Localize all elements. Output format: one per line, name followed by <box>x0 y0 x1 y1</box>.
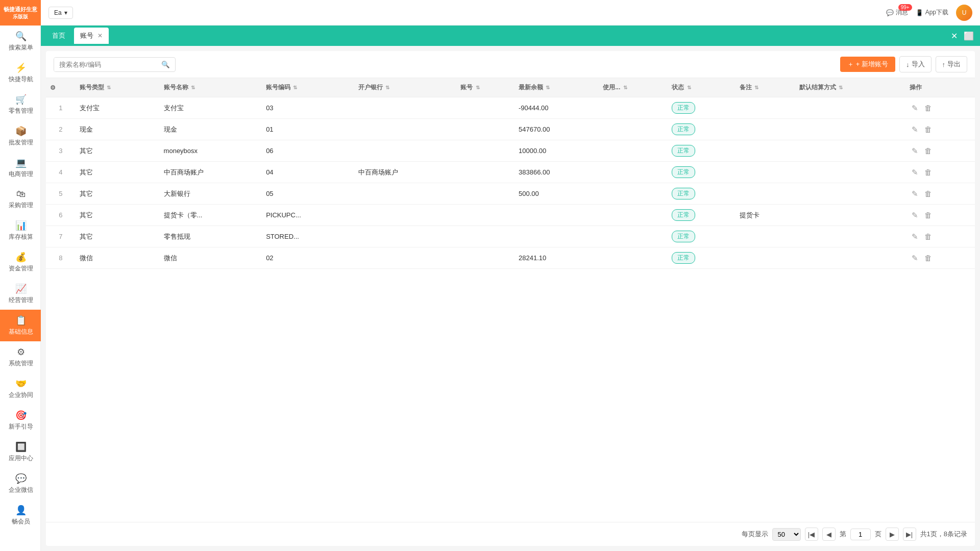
sidebar-item-basic[interactable]: 📋基础信息 <box>0 310 41 341</box>
row-status: 正常 <box>668 97 735 119</box>
search-icon: 🔍 <box>4 31 38 42</box>
row-account <box>456 183 514 205</box>
tab-home[interactable]: 首页 <box>46 28 71 44</box>
sidebar-item-search[interactable]: 🔍搜索菜单 <box>0 26 41 57</box>
col-settings[interactable]: ⚙ <box>46 78 76 97</box>
row-remark <box>736 226 795 247</box>
export-button[interactable]: ↑ 导出 <box>936 56 968 72</box>
row-remark <box>736 140 795 162</box>
tab-close-icon[interactable]: ✕ <box>97 32 103 39</box>
col-remark[interactable]: 备注 ⇅ <box>736 78 795 97</box>
row-num: 1 <box>46 97 76 119</box>
status-badge: 正常 <box>672 102 695 114</box>
sidebar-item-apps[interactable]: 🔲应用中心 <box>0 436 41 468</box>
col-code[interactable]: 账号编码 ⇅ <box>262 78 354 97</box>
delete-button[interactable]: 🗑 <box>922 210 934 220</box>
edit-button[interactable]: ✎ <box>910 145 920 157</box>
row-actions: ✎ 🗑 <box>905 247 975 269</box>
app-logo: 畅捷通好生意乐版版 <box>0 0 41 26</box>
row-balance: 547670.00 <box>514 119 599 140</box>
import-button[interactable]: ↓ 导入 <box>899 56 932 72</box>
table-row: 6 其它 提货卡（零... PICKUPC... 正常 提货卡 ✎ 🗑 <box>46 205 975 226</box>
col-name[interactable]: 账号名称 ⇅ <box>160 78 262 97</box>
sidebar-item-label: 新手引导 <box>9 423 33 430</box>
search-button[interactable]: 🔍 <box>156 58 175 71</box>
row-settlement <box>795 183 905 205</box>
company-dropdown[interactable]: Ea ▾ <box>48 7 73 19</box>
row-settlement <box>795 226 905 247</box>
col-usage[interactable]: 使用... ⇅ <box>599 78 668 97</box>
row-usage <box>599 162 668 183</box>
system-icon: ⚙ <box>4 346 38 358</box>
prev-page-button[interactable]: ◀ <box>822 528 836 541</box>
row-bank <box>354 140 457 162</box>
company-name: Ea <box>54 9 62 16</box>
edit-button[interactable]: ✎ <box>910 253 920 264</box>
edit-button[interactable]: ✎ <box>910 167 920 178</box>
page-size-select[interactable]: 50 100 200 <box>772 528 801 541</box>
sidebar-item-guide[interactable]: 🎯新手引导 <box>0 405 41 436</box>
search-input[interactable] <box>54 58 156 71</box>
sort-icon: ⇅ <box>191 85 195 90</box>
sidebar-item-finance[interactable]: 💰资金管理 <box>0 246 41 278</box>
ecommerce-icon: 💻 <box>4 157 38 168</box>
row-code: PICKUPC... <box>262 205 354 226</box>
col-type[interactable]: 账号类型 ⇅ <box>76 78 160 97</box>
row-num: 2 <box>46 119 76 140</box>
edit-button[interactable]: ✎ <box>910 231 920 242</box>
sort-icon: ⇅ <box>839 85 843 90</box>
sidebar-item-system[interactable]: ⚙系统管理 <box>0 341 41 373</box>
delete-button[interactable]: 🗑 <box>922 124 934 135</box>
col-account[interactable]: 账号 ⇅ <box>456 78 514 97</box>
add-account-button[interactable]: ＋ + 新增账号 <box>840 57 895 72</box>
tab-maximize-button[interactable]: ⬜ <box>963 30 975 42</box>
sidebar-item-member[interactable]: 👤畅会员 <box>0 499 41 531</box>
wholesale-icon: 📦 <box>4 126 38 137</box>
edit-button[interactable]: ✎ <box>910 188 920 199</box>
row-bank: 中百商场账户 <box>354 162 457 183</box>
delete-button[interactable]: 🗑 <box>922 167 934 178</box>
row-status: 正常 <box>668 226 735 247</box>
table-row: 7 其它 零售抵现 STORED... 正常 ✎ 🗑 <box>46 226 975 247</box>
first-page-button[interactable]: |◀ <box>805 528 818 541</box>
tab-accounts[interactable]: 账号 ✕ <box>74 28 109 44</box>
sidebar-item-wholesale[interactable]: 📦批发管理 <box>0 120 41 152</box>
edit-button[interactable]: ✎ <box>910 103 920 114</box>
sidebar-item-quicknav[interactable]: ⚡快捷导航 <box>0 57 41 89</box>
col-balance[interactable]: 最新余额 ⇅ <box>514 78 599 97</box>
table-row: 3 其它 moneybosx 06 10000.00 正常 ✎ 🗑 <box>46 140 975 162</box>
delete-button[interactable]: 🗑 <box>922 145 934 156</box>
tab-close-window-button[interactable]: ✕ <box>950 30 959 42</box>
sidebar-item-purchase[interactable]: 🛍采购管理 <box>0 184 41 215</box>
sidebar-item-ecommerce[interactable]: 💻电商管理 <box>0 152 41 184</box>
sort-icon: ⇅ <box>293 85 297 90</box>
row-code: 04 <box>262 162 354 183</box>
row-balance: 500.00 <box>514 183 599 205</box>
row-settlement <box>795 205 905 226</box>
last-page-button[interactable]: ▶| <box>903 528 916 541</box>
sidebar-item-inventory[interactable]: 📊库存核算 <box>0 215 41 246</box>
col-status[interactable]: 状态 ⇅ <box>668 78 735 97</box>
col-settlement[interactable]: 默认结算方式 ⇅ <box>795 78 905 97</box>
delete-button[interactable]: 🗑 <box>922 103 934 113</box>
delete-button[interactable]: 🗑 <box>922 188 934 199</box>
page-input[interactable] <box>850 529 871 540</box>
delete-button[interactable]: 🗑 <box>922 231 934 242</box>
col-bank[interactable]: 开户银行 ⇅ <box>354 78 457 97</box>
sidebar-item-wechat[interactable]: 💬企业微信 <box>0 468 41 499</box>
edit-button[interactable]: ✎ <box>910 124 920 135</box>
row-num: 4 <box>46 162 76 183</box>
edit-button[interactable]: ✎ <box>910 210 920 221</box>
app-download-button[interactable]: 📱 App下载 <box>916 8 948 17</box>
sidebar-item-operation[interactable]: 📈经营管理 <box>0 278 41 310</box>
delete-button[interactable]: 🗑 <box>922 253 934 263</box>
sidebar-item-label: 资金管理 <box>9 265 33 272</box>
next-page-button[interactable]: ▶ <box>886 528 899 541</box>
sidebar-item-retail[interactable]: 🛒零售管理 <box>0 89 41 120</box>
toolbar: 🔍 ＋ + 新增账号 ↓ 导入 ↑ 导出 <box>46 51 975 78</box>
sidebar-item-label: 快捷导航 <box>9 76 33 83</box>
message-button[interactable]: 💬 消息 99+ <box>886 8 908 17</box>
sidebar-item-agreement[interactable]: 🤝企业协同 <box>0 373 41 405</box>
avatar[interactable]: U <box>956 5 972 21</box>
row-status: 正常 <box>668 247 735 269</box>
